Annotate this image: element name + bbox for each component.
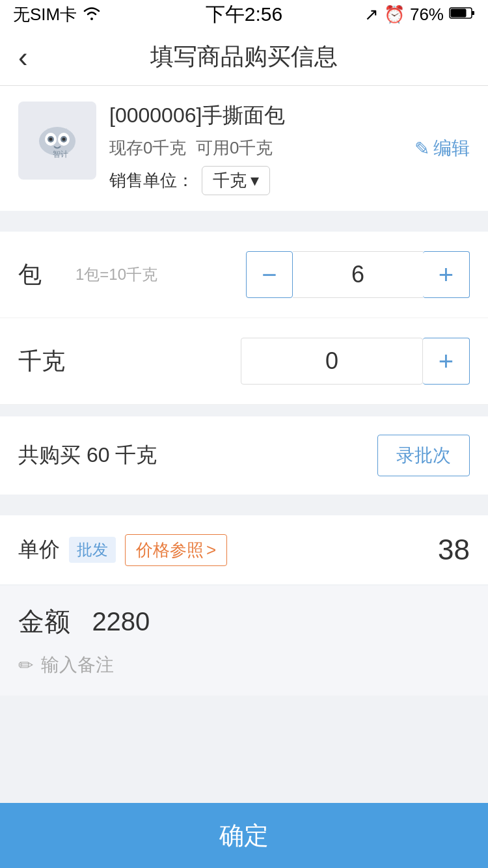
back-button[interactable]: ‹	[18, 43, 28, 72]
edit-button[interactable]: ✎ 编辑	[414, 136, 470, 161]
bao-increment-button[interactable]: +	[423, 251, 470, 298]
page-title: 填写商品购买信息	[150, 41, 338, 73]
bao-qty-input[interactable]	[293, 251, 423, 298]
wifi-icon	[82, 5, 102, 25]
carrier-label: 无SIM卡	[13, 3, 77, 26]
svg-point-8	[49, 137, 53, 141]
price-tag: 批发	[69, 537, 116, 563]
bao-hint: 1包=10千克	[75, 264, 246, 285]
section-divider-1	[0, 221, 488, 232]
product-unit-row: 销售单位： 千克 ▾	[109, 166, 470, 195]
section-divider-2	[0, 406, 488, 416]
svg-text:智计: 智计	[53, 150, 68, 159]
svg-point-9	[62, 137, 66, 141]
kg-qty-input[interactable]	[241, 338, 423, 385]
chevron-right-icon: >	[206, 540, 216, 560]
price-section: 单价 批发 价格参照 > 38	[0, 515, 488, 584]
product-card: 智计 [0000006]手撕面包 现存0千克 可用0千克 销售单位： 千克 ▾ …	[0, 86, 488, 211]
svg-rect-2	[451, 8, 467, 17]
bao-qty-control: − +	[246, 251, 470, 298]
remark-row[interactable]: ✏ 输入备注	[18, 653, 470, 677]
status-left: 无SIM卡	[13, 3, 102, 26]
quantity-section: 包 1包=10千克 − + 千克 +	[0, 232, 488, 405]
svg-rect-1	[472, 11, 474, 15]
summary-text: 共购买 60 千克	[18, 441, 157, 470]
alarm-icon: ⏰	[384, 5, 405, 25]
unit-select[interactable]: 千克 ▾	[202, 166, 270, 195]
battery-label: 76%	[410, 5, 444, 25]
bao-label: 包	[18, 259, 70, 291]
remark-icon: ✏	[18, 655, 33, 676]
remark-placeholder: 输入备注	[41, 653, 114, 677]
batch-button[interactable]: 录批次	[377, 435, 470, 476]
section-divider-3	[0, 505, 488, 515]
price-label: 单价	[18, 536, 60, 564]
price-row: 单价 批发 价格参照 > 38	[18, 534, 470, 566]
nav-bar: ‹ 填写商品购买信息	[0, 29, 488, 86]
product-thumbnail: 智计	[18, 102, 96, 180]
kg-increment-button[interactable]: +	[423, 338, 470, 385]
amount-row: 金额 2280	[18, 604, 470, 640]
edit-icon: ✎	[414, 138, 429, 159]
kg-label: 千克	[18, 346, 70, 377]
chevron-down-icon: ▾	[251, 170, 259, 191]
amount-section: 金额 2280 ✏ 输入备注	[0, 586, 488, 696]
status-bar: 无SIM卡 下午2:56 ↗ ⏰ 76%	[0, 0, 488, 29]
bao-decrement-button[interactable]: −	[246, 251, 293, 298]
bao-row: 包 1包=10千克 − +	[0, 232, 488, 318]
price-value: 38	[438, 534, 470, 566]
product-name: [0000006]手撕面包	[109, 102, 470, 130]
status-time: 下午2:56	[206, 1, 282, 28]
kg-row: 千克 +	[0, 318, 488, 405]
status-right: ↗ ⏰ 76%	[364, 5, 475, 25]
summary-section: 共购买 60 千克 录批次	[0, 416, 488, 495]
price-ref-button[interactable]: 价格参照 >	[125, 534, 227, 566]
battery-icon	[449, 5, 475, 25]
location-icon: ↗	[364, 5, 379, 25]
confirm-button[interactable]: 确定	[0, 803, 488, 868]
